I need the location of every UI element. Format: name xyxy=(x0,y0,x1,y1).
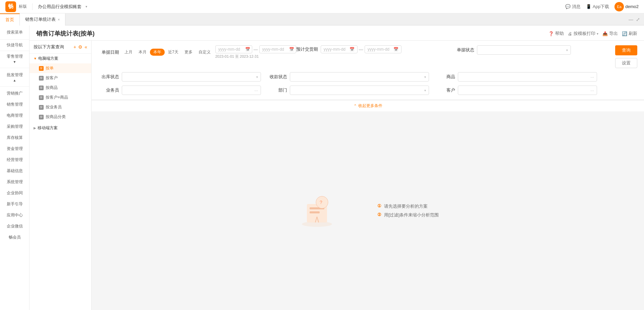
scheme-item-salesperson-label: 按业务员 xyxy=(46,104,62,110)
tab-maximize-icon[interactable]: ⤢ xyxy=(636,17,640,22)
print-button[interactable]: 🖨 按模板打印 ▾ xyxy=(568,31,598,37)
sidebar-item-apps[interactable]: 应用中心 xyxy=(0,210,29,221)
sidebar-item-system[interactable]: 系统管理 xyxy=(0,176,29,188)
status-label: 单据状态 xyxy=(453,47,477,53)
customer-label: 客户 xyxy=(434,87,458,93)
help-button[interactable]: ❓ 帮助 xyxy=(548,31,564,37)
export-button[interactable]: 📥 导出 xyxy=(602,31,618,37)
date-last-7-btn[interactable]: 近7天 xyxy=(165,49,181,56)
user-profile[interactable]: Ea demo2 xyxy=(614,2,639,11)
content-area: 销售订单统计表(按单) ❓ 帮助 🖨 按模板打印 ▾ 📥 导出 🔄 刷新 xyxy=(30,25,644,310)
search-menu-button[interactable]: 搜索菜单 xyxy=(3,28,26,37)
sidebar-item-finance[interactable]: 资金管理 xyxy=(0,143,29,154)
calendar-start-icon[interactable]: 📅 xyxy=(245,47,250,52)
sidebar-item-retail[interactable]: 零售管理 ▼ xyxy=(0,51,29,66)
date-more-btn[interactable]: 更多 xyxy=(182,49,195,56)
sidebar: 搜索菜单 快捷导航 零售管理 ▼ 批发管理 ▲ 营销推广 销售管理 电商管理 采… xyxy=(0,25,30,310)
date-this-year-btn[interactable]: 本年 xyxy=(150,49,165,56)
scheme-category-pc-label: 电脑端方案 xyxy=(38,56,58,61)
expected-date-end-input[interactable]: 📅 xyxy=(365,45,401,53)
product-more-icon[interactable]: ··· xyxy=(590,74,594,80)
date-start-field[interactable] xyxy=(218,47,245,52)
date-end-field[interactable] xyxy=(262,47,289,52)
tab-window-controls: — ⤢ xyxy=(625,17,644,22)
expected-date-end-field[interactable] xyxy=(368,47,393,52)
scheme-item-by-order[interactable]: 按 按单 xyxy=(30,63,91,73)
filter-form: 单据日期 上月 本月 本年 近7天 更多 自定义 xyxy=(92,41,644,100)
sidebar-item-member[interactable]: 畅会员 xyxy=(0,232,29,243)
payment-status-select[interactable]: ▾ xyxy=(290,72,429,82)
delivery-status-select[interactable]: ▾ xyxy=(122,72,261,82)
message-label: 消息 xyxy=(572,4,581,10)
workspace-arrow-icon[interactable]: ▾ xyxy=(86,5,87,8)
date-end-input[interactable]: 📅 xyxy=(259,45,296,53)
expected-date-label: 预计交货期 xyxy=(296,46,321,52)
payment-status-arrow-icon: ▾ xyxy=(424,75,426,79)
message-button[interactable]: 💬 消息 xyxy=(565,4,581,10)
refresh-button[interactable]: 🔄 刷新 xyxy=(622,31,637,37)
refresh-icon: 🔄 xyxy=(622,31,627,36)
scheme-item-by-customer[interactable]: 按 按客户 xyxy=(30,73,91,83)
data-area: ? ① 请先选择要分析的方案 ② xyxy=(92,111,644,310)
scheme-item-custprod-label: 按客户+商品 xyxy=(46,95,68,100)
date-custom-btn[interactable]: 自定义 xyxy=(196,49,213,56)
sidebar-item-wechat[interactable]: 企业微信 xyxy=(0,221,29,232)
status-select[interactable]: ▾ xyxy=(477,45,571,55)
sidebar-item-guide[interactable]: 新手引导 xyxy=(0,199,29,210)
calendar-expected-end-icon[interactable]: 📅 xyxy=(393,47,398,52)
scheme-item-by-category[interactable]: 按 按商品分类 xyxy=(30,112,91,122)
scheme-collapse-button[interactable]: « xyxy=(85,44,87,50)
salesperson-select[interactable]: ··· xyxy=(122,86,261,95)
sidebar-item-wholesale[interactable]: 批发管理 ▲ xyxy=(0,69,29,85)
sidebar-item-ecommerce[interactable]: 电商管理 xyxy=(0,110,29,121)
tab-sales-stats-label: 销售订单统计表 xyxy=(25,16,56,22)
sidebar-item-enterprise[interactable]: 企业协同 xyxy=(0,188,29,199)
user-name: demo2 xyxy=(625,4,639,9)
scheme-item-by-salesperson[interactable]: 按 按业务员 xyxy=(30,102,91,112)
expected-date-start-field[interactable] xyxy=(324,47,350,52)
sidebar-item-operations[interactable]: 经营管理 xyxy=(0,154,29,165)
top-bar-right: 💬 消息 📱 App下载 Ea demo2 xyxy=(565,2,639,11)
calendar-end-icon[interactable]: 📅 xyxy=(289,47,294,52)
scheme-settings-button[interactable]: ⚙ xyxy=(78,44,83,50)
department-arrow-icon: ▾ xyxy=(424,89,426,92)
salesperson-more-icon[interactable]: ··· xyxy=(254,88,258,93)
calendar-expected-start-icon[interactable]: 📅 xyxy=(350,47,355,52)
tab-sales-stats[interactable]: 销售订单统计表 × xyxy=(20,13,65,25)
sidebar-item-purchase[interactable]: 采购管理 xyxy=(0,121,29,132)
status-arrow-icon: ▾ xyxy=(566,48,568,52)
sidebar-item-sales[interactable]: 销售管理 xyxy=(0,99,29,110)
department-select[interactable]: ▾ xyxy=(290,86,429,95)
customer-more-icon[interactable]: ··· xyxy=(590,88,594,93)
workspace-name[interactable]: 办公用品行业模拟账套 xyxy=(38,4,82,10)
sidebar-wholesale-arrow: ▲ xyxy=(13,79,16,82)
query-button[interactable]: 查询 xyxy=(615,45,637,55)
scheme-item-by-customer-product[interactable]: 按 按客户+商品 xyxy=(30,93,91,102)
tab-home[interactable]: 首页 xyxy=(0,13,20,25)
scheme-category-mobile[interactable]: ▶ 移动端方案 xyxy=(30,123,91,133)
scheme-category-pc[interactable]: ▼ 电脑端方案 xyxy=(30,54,91,63)
quick-nav-button[interactable]: 快捷导航 xyxy=(0,41,29,49)
expected-date-separator: — xyxy=(359,47,363,52)
sidebar-item-marketing[interactable]: 营销推广 xyxy=(0,88,29,99)
date-start-input[interactable]: 📅 xyxy=(215,45,252,53)
help-label: 帮助 xyxy=(555,31,564,37)
tab-minimize-icon[interactable]: — xyxy=(629,17,633,22)
scheme-item-icon-product: 按 xyxy=(39,86,44,90)
app-download-button[interactable]: 📱 App下载 xyxy=(586,4,609,10)
sidebar-system-label: 系统管理 xyxy=(7,179,23,185)
setting-button[interactable]: 设置 xyxy=(615,58,637,68)
collapse-filter-button[interactable]: ⌃ 收起更多条件 xyxy=(92,100,644,111)
scheme-item-by-product[interactable]: 按 按商品 xyxy=(30,83,91,93)
sidebar-wechat-label: 企业微信 xyxy=(7,223,23,229)
scheme-add-button[interactable]: + xyxy=(73,44,76,50)
print-label: 按模板打印 xyxy=(574,31,595,37)
date-this-month-btn[interactable]: 本月 xyxy=(136,49,149,56)
product-select[interactable]: ··· xyxy=(458,72,597,82)
sidebar-item-basic[interactable]: 基础信息 xyxy=(0,165,29,176)
sidebar-item-inventory[interactable]: 库存核算 xyxy=(0,132,29,143)
customer-select[interactable]: ··· xyxy=(458,86,597,95)
expected-date-start-input[interactable]: 📅 xyxy=(321,45,358,53)
date-last-month-btn[interactable]: 上月 xyxy=(122,49,135,56)
tab-close-icon[interactable]: × xyxy=(58,17,60,21)
